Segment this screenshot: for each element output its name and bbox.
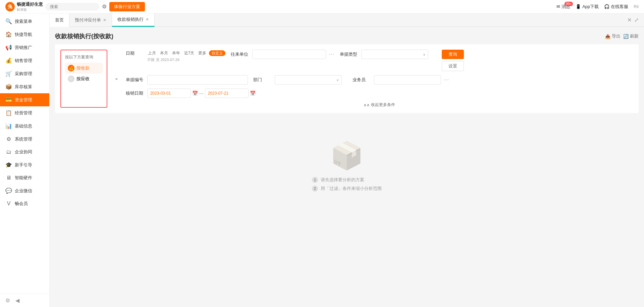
sidebar-item-label: 企业微信 xyxy=(15,188,32,194)
sidebar-item-basic-info[interactable]: 📊 基础信息 xyxy=(0,119,49,133)
verify-date-start-input[interactable] xyxy=(147,89,191,98)
date-field-row: 日期 上月 本月 本年 近7天 更多 自定义 xyxy=(126,50,226,57)
counterparty-input[interactable] xyxy=(252,50,326,59)
sidebar-item-label: 系统管理 xyxy=(15,136,32,142)
filter-row-1: 日期 上月 本月 本年 近7天 更多 自定义 xyxy=(126,50,633,71)
sidebar-item-system[interactable]: ⚙ 系统管理 xyxy=(0,133,49,146)
filter-fields: 日期 上月 本月 本年 近7天 更多 自定义 xyxy=(126,50,633,108)
department-chevron-icon: ∨ xyxy=(336,78,339,82)
topbar-left: 兔 畅捷通好生意 标准版 ⚙ 体验行业方案 xyxy=(5,1,145,12)
verify-date-start-calendar-icon[interactable]: 📅 xyxy=(192,91,198,96)
doc-no-input[interactable] xyxy=(147,75,248,85)
brand-text: 畅捷通好生意 标准版 xyxy=(17,1,43,12)
brand-sub: 标准版 xyxy=(17,7,43,12)
filter-option-by-receivable-label: 按应收 xyxy=(76,76,90,82)
doc-no-field: 单据编号 xyxy=(126,75,248,85)
quick-date-more[interactable]: 更多 xyxy=(197,50,208,57)
tab-collection-close-icon[interactable]: ✕ xyxy=(146,17,149,22)
quick-date-this-year[interactable]: 本年 xyxy=(171,50,181,57)
quick-date-7days[interactable]: 近7天 xyxy=(183,50,196,57)
verify-date-end-calendar-icon[interactable]: 📅 xyxy=(250,91,256,96)
sidebar-item-label: 快捷导航 xyxy=(15,32,32,38)
tip-2-text: 用「过滤」条件来缩小分析范围 xyxy=(321,186,382,192)
query-button[interactable]: 查询 xyxy=(442,50,464,59)
filter-option-by-receivable[interactable]: ⏱ 按应收 xyxy=(65,73,103,84)
sidebar-item-member[interactable]: V 畅会员 xyxy=(0,197,49,210)
sidebar-item-label: 营销推广 xyxy=(15,45,32,51)
filter-form: 日期 上月 本月 本年 近7天 更多 自定义 xyxy=(126,50,633,108)
sidebar-item-label: 经营管理 xyxy=(15,110,32,116)
inventory-icon: 📦 xyxy=(5,84,12,90)
wechat-icon: 💬 xyxy=(5,188,12,194)
salesperson-dots-button[interactable]: ··· xyxy=(444,77,449,83)
quick-date-last-month[interactable]: 上月 xyxy=(147,50,157,57)
sidebar-item-operations[interactable]: 📋 经营管理 xyxy=(0,106,49,119)
sidebar-item-search-menu[interactable]: 🔍 搜索菜单 xyxy=(0,15,49,28)
tab-prepay[interactable]: 预付冲应付单 ✕ xyxy=(69,13,112,27)
app-download-button[interactable]: 📱 App下载 xyxy=(576,4,599,10)
empty-tip-2: 2 用「过滤」条件来缩小分析范围 xyxy=(312,186,382,192)
date-field-group: 日期 上月 本月 本年 近7天 更多 自定义 xyxy=(126,50,226,62)
sidebar-collapse-icon[interactable]: ◀ xyxy=(15,297,19,304)
refresh-icon: 🔄 xyxy=(623,34,629,39)
sidebar-settings-icon[interactable]: ⚙ xyxy=(5,297,10,304)
message-button[interactable]: ✉ 消息 99+ xyxy=(556,4,570,10)
sidebar-item-purchase[interactable]: 🛒 采购管理 xyxy=(0,67,49,80)
tab-collection[interactable]: 收款核销执行 ✕ xyxy=(112,13,155,27)
tip-1-number: 1 xyxy=(312,177,318,183)
filter-collapse-button[interactable]: « xyxy=(114,75,119,83)
salesperson-input[interactable] xyxy=(374,75,441,85)
app-logo: 兔 畅捷通好生意 标准版 xyxy=(5,1,43,12)
sidebar-item-sales[interactable]: 💰 销售管理 xyxy=(0,54,49,67)
filter-option-by-receipt[interactable]: 💰 按收款 xyxy=(65,63,103,73)
sidebar-item-label: 企业协同 xyxy=(15,149,32,155)
counterparty-dots-button[interactable]: ··· xyxy=(329,51,334,57)
verify-date-end-input[interactable] xyxy=(205,89,249,98)
sidebar-item-label: 销售管理 xyxy=(15,58,32,64)
quick-date-custom[interactable]: 自定义 xyxy=(209,50,225,56)
verify-date-label: 核销日期 xyxy=(126,90,145,96)
page-header: 收款核销执行(按收款) 📤 导出 🔄 刷新 xyxy=(55,32,639,40)
tab-collection-label: 收款核销执行 xyxy=(117,16,144,22)
tab-prepay-label: 预付冲应付单 xyxy=(75,17,101,23)
more-conditions-button[interactable]: ∧∧ 收起更多条件 xyxy=(364,102,395,108)
tab-home[interactable]: 首页 xyxy=(50,13,69,27)
tab-prepay-close-icon[interactable]: ✕ xyxy=(103,18,106,22)
online-service-button[interactable]: 🎧 在线客服 xyxy=(604,4,628,10)
sidebar-item-quick-nav[interactable]: 🏠 快捷导航 xyxy=(0,28,49,41)
verify-date-separator: — xyxy=(199,91,204,96)
expand-icon[interactable]: ⤢ xyxy=(634,17,639,23)
app-download-label: App下载 xyxy=(582,4,599,10)
verify-date-group: 📅 — 📅 xyxy=(147,89,256,98)
salesperson-field: 业务员 ··· xyxy=(353,75,449,85)
filter-row-2: 单据编号 部门 ∨ xyxy=(126,75,633,85)
sidebar-item-enterprise[interactable]: 🗂 企业协同 xyxy=(0,146,49,158)
export-button[interactable]: 📤 导出 xyxy=(605,33,621,39)
settings-gear-icon[interactable]: ⚙ xyxy=(102,3,107,10)
username-label: Rit xyxy=(634,4,639,9)
salesperson-label: 业务员 xyxy=(353,77,371,83)
department-select[interactable]: ∨ xyxy=(275,75,342,85)
sidebar-item-finance[interactable]: 💳 资金管理 xyxy=(0,93,49,106)
setting-button[interactable]: 设置 xyxy=(442,61,464,71)
sidebar-item-hardware[interactable]: 🖥 智能硬件 xyxy=(0,171,49,184)
quick-date-this-month[interactable]: 本月 xyxy=(159,50,169,57)
message-icon: ✉ xyxy=(556,4,560,9)
top-search-input[interactable] xyxy=(46,3,99,10)
refresh-button[interactable]: 🔄 刷新 xyxy=(623,33,639,39)
sidebar-item-guide[interactable]: 🎓 新手引导 xyxy=(0,158,49,171)
sidebar-item-wechat[interactable]: 💬 企业微信 xyxy=(0,184,49,197)
empty-tip-1: 1 请先选择要分析的方案 xyxy=(312,177,382,183)
logo-icon: 兔 xyxy=(5,2,15,11)
marketing-icon: 📢 xyxy=(5,44,12,51)
receivable-icon: ⏱ xyxy=(68,75,74,82)
close-tab-icon[interactable]: ✕ xyxy=(627,17,632,23)
sales-icon: 💰 xyxy=(5,57,12,64)
sidebar-item-marketing[interactable]: 📢 营销推广 xyxy=(0,41,49,54)
doc-type-select[interactable]: ∨ xyxy=(361,50,428,59)
sidebar-item-inventory[interactable]: 📦 库存核算 xyxy=(0,80,49,93)
main-layout: 🔍 搜索菜单 🏠 快捷导航 📢 营销推广 💰 销售管理 🛒 采购管理 📦 库存核… xyxy=(0,13,644,307)
department-label: 部门 xyxy=(253,77,272,83)
industry-solution-button[interactable]: 体验行业方案 xyxy=(109,2,145,11)
export-icon: 📤 xyxy=(605,34,610,39)
